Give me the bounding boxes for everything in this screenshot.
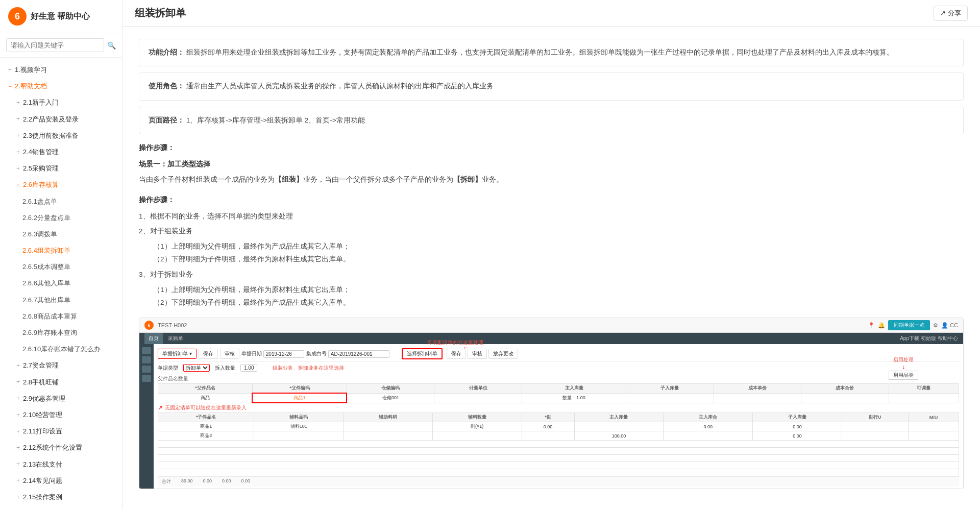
sidebar-item-2-6-4[interactable]: 2.6.4组装拆卸单 <box>0 242 122 259</box>
sidebar-item-2-8[interactable]: + 2.8手机旺铺 <box>0 374 122 391</box>
sidebar-item-2-15[interactable]: + 2.15操作案例 <box>0 489 122 505</box>
mini-icon-4 <box>142 375 151 382</box>
upper-th-7: 成本单价 <box>714 384 801 394</box>
app-nav-orders[interactable]: 采购单 <box>164 333 187 344</box>
sidebar-item-2-3[interactable]: + 2.3使用前数据准备 <box>0 128 122 144</box>
app-sidebar-mini <box>139 344 154 489</box>
lower-td-1-1: 商品1 <box>158 422 254 431</box>
total-val2: 0.00 <box>203 478 212 485</box>
upper-th-4: 计量单位 <box>434 384 522 394</box>
lower-th-6: 主入库量 <box>574 413 664 422</box>
annotation5: 无固定清单可以随便在这里重新录入 <box>165 404 247 411</box>
upper-td-1-5: 数量：1.00 <box>522 393 626 403</box>
sidebar-item-2-4[interactable]: + 2.4销售管理 <box>0 144 122 160</box>
app-date-value[interactable]: 2019-12-26 <box>263 350 304 358</box>
sidebar-item-1[interactable]: + 1.视频学习 <box>0 62 122 78</box>
lower-th-4: 辅料数量 <box>432 413 522 422</box>
app-nav-right-icons: App下載 初始版 帮助中心 <box>900 335 958 342</box>
search-box: 🔍 <box>0 33 122 58</box>
sidebar-item-2-1[interactable]: + 2.1新手入门 <box>0 94 122 111</box>
upper-td-1-2: 商品1 <box>252 393 347 403</box>
total-val4: 0.00 <box>241 478 251 485</box>
func-intro-label: 功能介绍： <box>149 48 184 56</box>
lower-td-1-4: 副(×1) <box>432 422 522 431</box>
search-input[interactable] <box>6 38 104 52</box>
sidebar-item-2-6-7[interactable]: 2.6.7其他出库单 <box>0 292 122 308</box>
sidebar-item-2-6-8[interactable]: 2.6.8商品成本重算 <box>0 308 122 325</box>
app-nav-bar: 自页 采购单 App下載 初始版 帮助中心 <box>139 333 963 344</box>
total-val3: 0.00 <box>222 478 231 485</box>
lower-td-2-5 <box>522 431 574 441</box>
app-bill-type-btn[interactable]: 单据拆卸单 ▾ <box>158 349 196 358</box>
sidebar-item-2-6-5[interactable]: 2.6.5成本调整单 <box>0 259 122 275</box>
app-nav-home[interactable]: 自页 <box>144 333 163 344</box>
step3-sub2: （2）下部明细为子件明细，最终作为产成品生成其它入库单。 <box>139 296 964 309</box>
share-button[interactable]: ↗ 分享 <box>934 6 968 21</box>
sidebar-item-2-6-1[interactable]: 2.6.1盘点单 <box>0 193 122 210</box>
sidebar-item-2-9[interactable]: + 2.9优惠券管理 <box>0 391 122 407</box>
expand-icon-2-4: + <box>16 148 20 157</box>
sidebar-item-2-6-6[interactable]: 2.6.6其他入库单 <box>0 275 122 292</box>
upper-td-1-3: 仓储001 <box>347 393 434 403</box>
lower-row-5 <box>158 455 959 462</box>
app-upper-table: *父件品名 *父件编码 仓储编码 计量单位 主入库量 子入库量 成本单价 成本合… <box>158 383 959 403</box>
app-action-btn2[interactable]: 审核 <box>468 349 487 359</box>
sidebar-item-2-13[interactable]: + 2.13在线支付 <box>0 456 122 473</box>
annotation1-arrow: ← <box>463 344 469 351</box>
sidebar-item-2-7[interactable]: + 2.7资金管理 <box>0 357 122 374</box>
app-count-value[interactable]: 1.00 <box>240 364 257 372</box>
sidebar-item-2-6-2[interactable]: 2.6.2分量盘点单 <box>0 210 122 226</box>
app-type-select-box: 组装单 拆卸单 <box>183 364 210 372</box>
app-save-btn[interactable]: 保存 <box>199 349 218 359</box>
role-label: 使用角色： <box>149 82 184 90</box>
lower-row-7 <box>158 469 959 476</box>
sidebar-item-2-5[interactable]: + 2.5采购管理 <box>0 160 122 177</box>
sidebar-item-2-6-3[interactable]: 2.6.3调拨单 <box>0 226 122 242</box>
expand-icon-2-2: + <box>16 115 20 124</box>
collapse-icon: − <box>8 82 12 91</box>
logo-text: 好生意 帮助中心 <box>31 11 90 22</box>
sidebar-item-2-6[interactable]: − 2.6库存核算 <box>0 177 122 193</box>
sidebar-item-2-6-10[interactable]: 2.6.10库存账本错了怎么办 <box>0 341 122 357</box>
sidebar-item-2-2[interactable]: + 2.2产品安装及登录 <box>0 111 122 128</box>
mini-icon-2 <box>142 356 151 363</box>
sidebar-item-2-12[interactable]: + 2.12系统个性化设置 <box>0 440 122 456</box>
app-choose-btn[interactable]: 选择拆卸料单 <box>402 348 443 359</box>
upper-th-2: *父件编码 <box>252 384 347 394</box>
sidebar-item-2-6-9[interactable]: 2.6.9库存账本查询 <box>0 325 122 341</box>
upper-td-1-6 <box>626 393 714 403</box>
app-count-label: 拆入数量 <box>215 365 235 372</box>
sidebar-item-2-14[interactable]: + 2.14常见问题 <box>0 473 122 489</box>
app-top-icon2: 🔔 <box>878 322 885 329</box>
lower-td-2-6: 100.00 <box>574 431 664 441</box>
sidebar-item-2[interactable]: − 2.帮助文档 <box>0 78 122 94</box>
lower-td-1-10 <box>908 422 959 431</box>
lower-row-3 <box>158 441 959 448</box>
screenshot-container: 6 TEST-H002 📍 🔔 同期单据一览 ⚙ 👤 CC 自页 采购单 <box>139 318 964 489</box>
app-period-btn[interactable]: 同期单据一览 <box>888 320 930 330</box>
sidebar-item-2-11[interactable]: + 2.11打印设置 <box>0 423 122 440</box>
nav-tree: + 1.视频学习 − 2.帮助文档 + 2.1新手入门 + 2.2产品安装及登录… <box>0 58 122 510</box>
expand-icon-2-1: + <box>16 99 20 107</box>
app-review-btn[interactable]: 审核 <box>220 349 239 359</box>
app-action-btn3[interactable]: 放弃更改 <box>488 349 518 359</box>
content-area: 功能介绍： 组装拆卸单用来处理企业组装或拆卸等加工业务，支持有固定装配清单的产品… <box>122 27 980 510</box>
app-bottom-row: 合计 89.00 0.00 0.00 0.00 <box>158 476 959 487</box>
logo-icon: 6 <box>8 7 27 26</box>
app-top-icon1: 📍 <box>868 322 875 329</box>
scene1-desc-text: 当由多个子件材料组装成一个成品的业务为 <box>139 176 275 183</box>
top-bar: 组装拆卸单 ↗ 分享 <box>122 0 980 27</box>
step2: 2、对于组装业务 <box>139 225 964 238</box>
app-type-label: 单据类型 <box>158 365 178 372</box>
lower-td-2-7 <box>664 431 753 441</box>
ops-title: 操作步骤： <box>139 143 964 153</box>
app-top-icon3: ⚙ <box>933 322 938 329</box>
search-button[interactable]: 🔍 <box>107 41 116 50</box>
app-type-select[interactable]: 组装单 拆卸单 <box>184 365 209 371</box>
app-doc-toolbar: 单据拆卸单 ▾ 保存 审核 单据日期 2019-12-26 集成白号 AD-20… <box>158 346 959 362</box>
app-qiyong-input[interactable]: 启用品类 <box>889 371 918 380</box>
app-billno-value[interactable]: AD-20191226-001 <box>328 350 389 358</box>
sidebar-item-2-10[interactable]: + 2.10经营管理 <box>0 407 122 423</box>
step3: 3、对于拆卸业务 <box>139 268 964 281</box>
app-date-field: 单据日期 2019-12-26 <box>241 350 304 358</box>
